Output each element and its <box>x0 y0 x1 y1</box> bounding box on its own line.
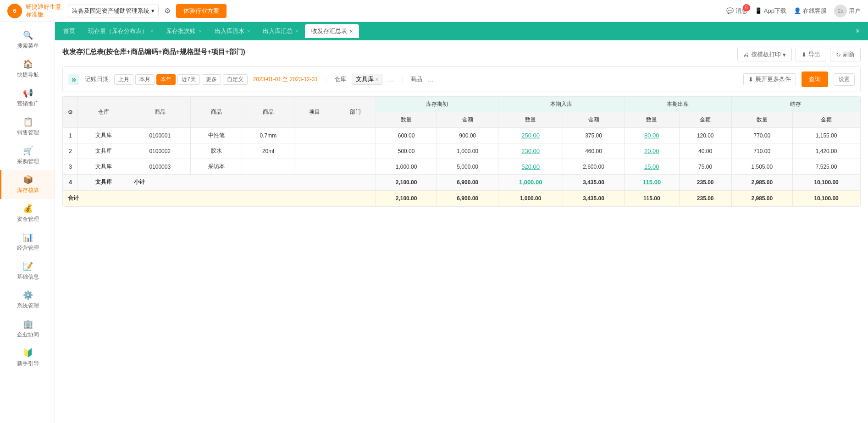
date-btn-last-month[interactable]: 上月 <box>114 74 133 85</box>
total-balance-amt: 10,100.00 <box>793 190 860 206</box>
message-icon: 💬 <box>726 7 734 14</box>
tab-inventory-dist[interactable]: 现存量（库存分布表） × <box>82 24 160 38</box>
goods-more[interactable]: ... <box>428 75 434 83</box>
warehouse-label: 仓库 <box>334 75 346 83</box>
balance-qty-header: 数量 <box>731 112 793 128</box>
warehouse-more[interactable]: ... <box>388 75 394 83</box>
row-dept <box>335 143 376 159</box>
row-project <box>294 143 335 159</box>
sidebar-item-guide[interactable]: 🔰 新手引导 <box>0 343 55 372</box>
date-btn-custom[interactable]: 自定义 <box>223 74 248 85</box>
row-in-amt: 460.00 <box>563 143 625 159</box>
tab-close-recv-summary[interactable]: × <box>350 28 353 34</box>
sidebar-item-search[interactable]: 🔍 搜索菜单 <box>0 26 55 55</box>
col-goods-spec-header: 商品 <box>242 97 294 128</box>
date-btn-more[interactable]: 更多 <box>202 74 221 85</box>
col-project-header: 项目 <box>294 97 335 128</box>
sidebar-item-finance[interactable]: 💰 资金管理 <box>0 199 55 228</box>
settings-icon[interactable]: ⚙ <box>164 6 171 15</box>
query-button[interactable]: 查询 <box>802 71 828 87</box>
date-btn-this-year[interactable]: 本年 <box>156 74 176 85</box>
close-all-tabs[interactable]: × <box>849 24 866 38</box>
row-in-qty[interactable]: 250.00 <box>498 128 563 143</box>
row-goods-name: 胶水 <box>191 143 242 159</box>
sidebar-item-enterprise[interactable]: 🏢 企业协同 <box>0 314 55 343</box>
tab-close-inout-summary[interactable]: × <box>295 28 298 34</box>
guide-icon: 🔰 <box>23 348 33 358</box>
tab-close-batch-account[interactable]: × <box>199 28 201 34</box>
row-opening-qty: 600.00 <box>376 128 437 143</box>
out-qty-header: 数量 <box>624 112 679 128</box>
opening-amt-header: 金额 <box>437 112 498 128</box>
warehouse-tag-close[interactable]: × <box>376 77 378 82</box>
purchase-icon: 🛒 <box>23 146 33 156</box>
col-goods-name-header: 商品 <box>191 97 242 128</box>
top-header: 6 畅捷通好生意 标准版 装备及固定资产辅助管理系统 ▾ ⚙ 体验行业方案 💬 … <box>0 0 868 22</box>
row-out-qty[interactable]: 20.00 <box>624 143 679 159</box>
print-button[interactable]: 🖨 按模板打印 ▾ <box>737 48 792 61</box>
sidebar-item-inventory[interactable]: 📦 库存核算 <box>0 170 55 199</box>
sidebar-item-sales[interactable]: 📋 销售管理 <box>0 112 55 141</box>
row-in-qty[interactable]: 520.00 <box>498 159 563 175</box>
user-item[interactable]: Ea 用户 <box>834 5 861 17</box>
total-opening-qty: 2,100.00 <box>376 190 437 206</box>
group-out-header: 本期出库 <box>624 97 731 112</box>
row-in-qty[interactable]: 230.00 <box>498 143 563 159</box>
trial-button[interactable]: 体验行业方案 <box>176 4 227 18</box>
tab-recv-summary[interactable]: 收发存汇总表 × <box>305 24 359 38</box>
online-service-item[interactable]: 👤 在线客服 <box>794 7 827 15</box>
row-project <box>294 128 335 143</box>
date-range: 2023-01-01 至 2023-12-31 <box>253 76 318 83</box>
sidebar-item-operations[interactable]: 📊 经营管理 <box>0 228 55 257</box>
row-goods-name: 采访本 <box>191 159 242 175</box>
tab-bar: 首页 现存量（库存分布表） × 库存批次账 × 出入库流水 × 出入库汇总 × … <box>55 22 868 40</box>
total-in-qty: 1,000.00 <box>498 190 563 206</box>
tab-close-inventory-dist[interactable]: × <box>150 28 153 34</box>
total-opening-amt: 6,900.00 <box>437 190 498 206</box>
refresh-button[interactable]: ↻ 刷新 <box>830 48 861 61</box>
header-right: 💬 消息 6 📱 App下载 👤 在线客服 Ea 用户 <box>726 5 861 17</box>
export-button[interactable]: ⬇ 导出 <box>796 48 826 61</box>
tab-home[interactable]: 首页 <box>57 24 82 38</box>
subtotal-row: 4 文具库 小计 2,100.00 6,900.00 1,000.00 3,43… <box>63 175 860 191</box>
row-goods-code: 0100003 <box>129 159 191 175</box>
row-opening-qty: 1,000.00 <box>376 159 437 175</box>
sidebar-item-system[interactable]: ⚙️ 系统管理 <box>0 286 55 314</box>
row-warehouse: 文具库 <box>78 128 129 143</box>
filter-toggle-btn[interactable]: » <box>68 74 79 85</box>
row-goods-spec: 0.7mm <box>242 128 294 143</box>
row-balance-amt: 1,420.00 <box>793 143 860 159</box>
warehouse-tag: 文具库 × <box>352 74 382 85</box>
sidebar-item-basic-info[interactable]: 📝 基础信息 <box>0 257 55 286</box>
date-btn-this-month[interactable]: 本月 <box>135 74 155 85</box>
settings-text-button[interactable]: 设置 <box>834 73 855 86</box>
system-selector[interactable]: 装备及固定资产辅助管理系统 ▾ <box>68 5 159 17</box>
subtotal-no: 4 <box>63 175 78 191</box>
tab-close-inout-flow[interactable]: × <box>247 28 250 34</box>
group-opening-header: 库存期初 <box>376 97 498 112</box>
group-in-header: 本期入库 <box>498 97 624 112</box>
date-btn-7days[interactable]: 近7天 <box>177 74 200 85</box>
inventory-icon: 📦 <box>23 175 33 185</box>
tab-inout-flow[interactable]: 出入库流水 × <box>208 24 256 38</box>
content-area: 首页 现存量（库存分布表） × 库存批次账 × 出入库流水 × 出入库汇总 × … <box>55 22 868 423</box>
app-download-item[interactable]: 📱 App下载 <box>755 7 786 15</box>
row-out-amt: 120.00 <box>679 128 731 143</box>
table-settings-col[interactable]: ⚙ <box>63 97 78 128</box>
sidebar-item-marketing[interactable]: 📢 营销推广 <box>0 83 55 112</box>
message-item[interactable]: 💬 消息 6 <box>726 7 747 15</box>
row-project <box>294 159 335 175</box>
row-goods-spec <box>242 159 294 175</box>
row-no: 3 <box>63 159 78 175</box>
row-out-qty[interactable]: 15.00 <box>624 159 679 175</box>
home-icon: 🏠 <box>23 59 33 69</box>
tab-inout-summary[interactable]: 出入库汇总 × <box>256 24 304 38</box>
sidebar-item-quick-nav[interactable]: 🏠 快捷导航 <box>0 55 55 83</box>
tab-batch-account[interactable]: 库存批次账 × <box>160 24 208 38</box>
row-goods-name: 中性笔 <box>191 128 242 143</box>
expand-conditions-btn[interactable]: ⬇ 展开更多条件 <box>743 73 796 85</box>
row-out-qty[interactable]: 80.00 <box>624 128 679 143</box>
total-in-amt: 3,435.00 <box>563 190 625 206</box>
sidebar-item-purchase[interactable]: 🛒 采购管理 <box>0 141 55 170</box>
operations-icon: 📊 <box>23 232 33 242</box>
